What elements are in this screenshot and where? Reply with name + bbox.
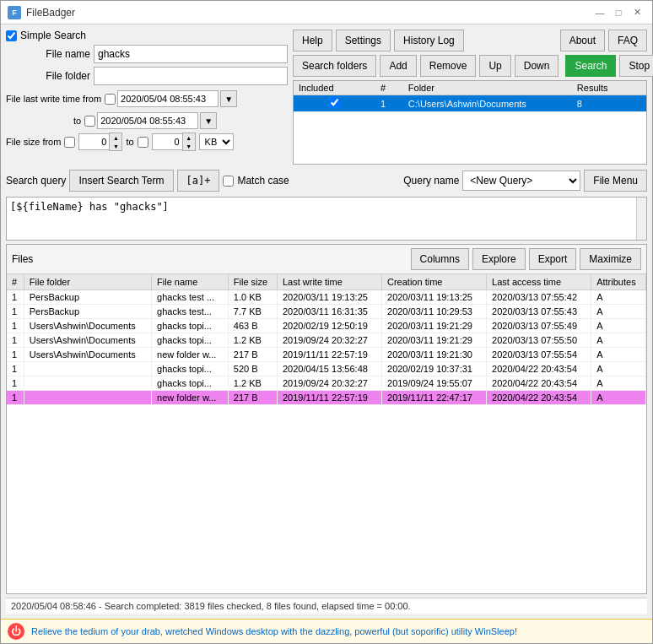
table-cell: 1: [7, 319, 24, 333]
query-name-section: Query name <New Query> File Menu: [403, 170, 647, 192]
file-folder-input[interactable]: [94, 67, 288, 85]
table-row[interactable]: 1Users\Ashwin\Documentsnew folder w...21…: [7, 348, 646, 362]
folder-toolbar: Search folders Add Remove Up Down Search…: [293, 55, 647, 77]
remove-folder-button[interactable]: Remove: [420, 55, 477, 77]
match-case-label[interactable]: Match case: [223, 175, 289, 187]
top-buttons-row: Help Settings History Log About FAQ: [293, 30, 647, 51]
table-row[interactable]: 1PersBackupghacks test...7.7 KB2020/03/1…: [7, 305, 646, 319]
faq-button[interactable]: FAQ: [608, 30, 647, 51]
settings-button[interactable]: Settings: [336, 30, 391, 51]
table-cell: 2020/03/11 19:21:29: [382, 333, 487, 348]
maximize-button[interactable]: Maximize: [580, 248, 641, 270]
query-name-select[interactable]: <New Query>: [462, 170, 580, 191]
file-size-unit-select[interactable]: KB: [199, 133, 234, 150]
about-button[interactable]: About: [560, 30, 605, 51]
file-name-row: File name: [6, 45, 288, 63]
last-write-from-checkbox[interactable]: [105, 94, 116, 105]
table-cell: Users\Ashwin\Documents: [24, 319, 151, 333]
table-cell: 2020/02/19 12:50:19: [277, 319, 381, 333]
table-cell: ghacks topi...: [152, 362, 229, 376]
file-folder-row: File folder: [6, 67, 288, 85]
col-folder: Folder: [403, 81, 572, 95]
simple-search-checkbox[interactable]: [6, 30, 17, 41]
stop-button[interactable]: Stop: [619, 55, 653, 77]
file-size-from-input[interactable]: [78, 133, 109, 150]
add-folder-button[interactable]: Add: [380, 55, 416, 77]
last-write-to-row: to ▼: [6, 112, 288, 129]
last-write-from-input[interactable]: [117, 90, 219, 107]
file-size-to-checkbox[interactable]: [138, 137, 148, 148]
files-table-container[interactable]: #File folderFile nameFile sizeLast write…: [7, 274, 646, 593]
file-name-input[interactable]: [94, 45, 288, 63]
minimize-button[interactable]: —: [591, 5, 608, 20]
table-row[interactable]: 1Users\Ashwin\Documentsghacks topi...1.2…: [7, 333, 646, 348]
columns-button[interactable]: Columns: [411, 248, 469, 270]
file-size-row: File size from ▲ ▼ to ▲: [6, 133, 288, 151]
table-cell: A: [591, 362, 646, 376]
files-section: Files Columns Explore Export Maximize #F…: [6, 244, 647, 594]
query-name-label: Query name: [403, 175, 459, 187]
down-button[interactable]: Down: [515, 55, 559, 77]
last-write-to-input[interactable]: [97, 112, 198, 129]
table-row[interactable]: 1new folder w...217 B2019/11/11 22:57:19…: [7, 391, 646, 405]
query-scrollbar[interactable]: [636, 198, 646, 240]
table-row[interactable]: 1ghacks topi...520 B2020/04/15 13:56:482…: [7, 362, 646, 376]
file-size-from-down[interactable]: ▼: [110, 142, 121, 150]
table-row[interactable]: 1Users\Ashwin\Documentsghacks topi...463…: [7, 319, 646, 333]
query-textarea-container: [${fileName} has "ghacks"]: [6, 197, 647, 241]
table-cell: ghacks topi...: [152, 319, 229, 333]
file-folder-label: File folder: [6, 70, 90, 82]
last-write-from-picker[interactable]: ▼: [220, 90, 237, 107]
file-size-to-spin: ▲ ▼: [152, 133, 196, 151]
table-cell: A: [591, 376, 646, 391]
table-cell: new folder w...: [152, 391, 229, 405]
file-name-label: File name: [6, 48, 90, 60]
query-textarea[interactable]: [${fileName} has "ghacks"]: [7, 198, 646, 240]
table-cell: 2020/03/13 07:55:49: [487, 319, 591, 333]
folder-row[interactable]: 1 C:\Users\Ashwin\Documents 8: [294, 95, 646, 112]
file-size-from-checkbox[interactable]: [64, 137, 75, 148]
file-size-to-up[interactable]: ▲: [183, 133, 195, 142]
file-size-to-arrows: ▲ ▼: [182, 133, 196, 151]
insert-search-term-button[interactable]: Insert Search Term: [69, 170, 173, 192]
last-write-to-picker[interactable]: ▼: [200, 112, 217, 129]
table-cell: 2019/09/24 19:55:07: [382, 376, 487, 391]
file-menu-button[interactable]: File Menu: [584, 170, 647, 192]
last-write-from-row: File last write time from ▼: [6, 90, 288, 107]
table-cell: 1: [7, 333, 24, 348]
table-cell: [24, 391, 151, 405]
file-size-to-input[interactable]: [152, 133, 182, 150]
up-button[interactable]: Up: [479, 55, 510, 77]
table-row[interactable]: 1PersBackupghacks test ...1.0 KB2020/03/…: [7, 290, 646, 305]
search-folders-button[interactable]: Search folders: [293, 55, 376, 77]
window-title: FileBadger: [26, 7, 75, 19]
status-text: 2020/05/04 08:58:46 - Search completed: …: [11, 601, 411, 611]
file-size-from-up[interactable]: ▲: [110, 133, 121, 142]
table-cell: 2020/03/13 07:55:54: [487, 348, 591, 362]
help-button[interactable]: Help: [293, 30, 332, 51]
search-button[interactable]: Search: [565, 55, 616, 77]
table-cell: 2020/04/15 13:56:48: [277, 362, 381, 376]
table-cell: PersBackup: [24, 290, 151, 305]
table-cell: ghacks topi...: [152, 333, 229, 348]
title-bar: F FileBadger — □ ✕: [1, 1, 652, 24]
last-write-to-checkbox[interactable]: [84, 116, 95, 127]
history-log-button[interactable]: History Log: [394, 30, 464, 51]
table-cell: Users\Ashwin\Documents: [24, 333, 151, 348]
folder-include-checkbox[interactable]: [329, 97, 340, 108]
table-cell: 7.7 KB: [228, 305, 277, 319]
regex-button[interactable]: [a]+: [177, 170, 220, 192]
files-toolbar: Columns Explore Export Maximize: [411, 248, 641, 270]
file-size-to-down[interactable]: ▼: [183, 142, 195, 150]
maximize-button[interactable]: □: [610, 5, 627, 20]
explore-button[interactable]: Explore: [472, 248, 526, 270]
export-button[interactable]: Export: [529, 248, 577, 270]
app-window: F FileBadger — □ ✕ Simple Search: [0, 0, 653, 644]
files-col-header: Attributes: [591, 274, 646, 290]
match-case-checkbox[interactable]: [223, 176, 234, 187]
simple-search-label[interactable]: Simple Search: [6, 30, 86, 41]
close-button[interactable]: ✕: [629, 5, 645, 20]
table-cell: A: [591, 290, 646, 305]
table-row[interactable]: 1ghacks topi...1.2 KB2019/09/24 20:32:27…: [7, 376, 646, 391]
file-size-from-spin: ▲ ▼: [78, 133, 122, 151]
